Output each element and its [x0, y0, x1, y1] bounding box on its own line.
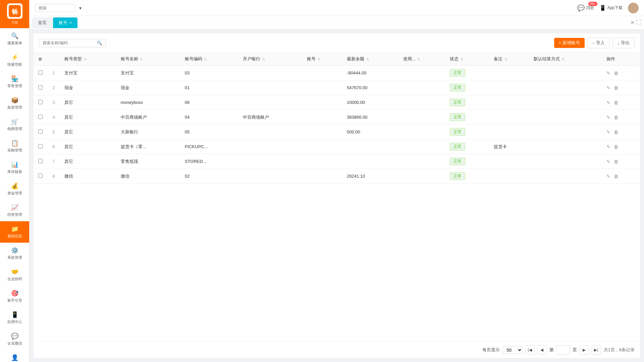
topbar-message[interactable]: 💬 消息 99+ — [577, 4, 594, 12]
edit-icon[interactable]: ✎ — [606, 144, 610, 149]
row-account-no — [303, 154, 343, 169]
row-checkbox[interactable] — [34, 66, 47, 80]
row-checkbox[interactable] — [34, 139, 47, 154]
delete-icon[interactable]: 🗑 — [614, 144, 619, 149]
row-usage — [399, 80, 446, 95]
tab-close-account[interactable]: × — [69, 20, 72, 25]
row-checkbox[interactable] — [34, 169, 47, 184]
export-button[interactable]: ↓ 导出 — [612, 38, 635, 48]
import-button[interactable]: ↑ 导入 — [587, 38, 610, 48]
tab-account[interactable]: 账号× — [53, 17, 77, 28]
row-account-no — [303, 110, 343, 125]
row-account-code: 04 — [181, 110, 239, 125]
per-page-select[interactable]: 50 100 200 — [502, 346, 523, 354]
th-account-no[interactable]: 账号 ⇅ — [303, 53, 343, 66]
toolbar-right: + 新增账号 ↑ 导入 ↓ 导出 — [554, 38, 635, 48]
th-notes[interactable]: 备注 ⇅ — [490, 53, 530, 66]
edit-icon[interactable]: ✎ — [606, 85, 610, 90]
row-checkbox[interactable] — [34, 110, 47, 125]
sidebar-item-quick-nav[interactable]: ⚡ 快捷导航 — [0, 50, 29, 71]
sidebar-item-enterprise-agreement[interactable]: 🤝 企业协同 — [0, 264, 29, 286]
account-search-input[interactable] — [43, 41, 95, 45]
edit-icon[interactable]: ✎ — [606, 70, 610, 76]
edit-icon[interactable]: ✎ — [606, 129, 610, 135]
sidebar-item-inventory-calc[interactable]: 📊 库存核算 — [0, 157, 29, 178]
delete-icon[interactable]: 🗑 — [614, 115, 619, 120]
first-page-button[interactable]: |◀ — [525, 345, 535, 355]
svg-text:畅: 畅 — [12, 8, 18, 15]
delete-icon[interactable]: 🗑 — [614, 129, 619, 135]
row-action: ✎ 🗑 — [602, 95, 640, 110]
th-status[interactable]: 状态 ⇅ — [446, 53, 490, 66]
row-default-settlement — [530, 66, 602, 80]
sidebar-icon-inventory-calc: 📊 — [11, 161, 18, 168]
row-checkbox[interactable] — [34, 95, 47, 110]
th-usage[interactable]: 使用... ⇅ — [399, 53, 446, 66]
row-checkbox[interactable] — [34, 154, 47, 169]
close-tab-icon[interactable]: ✕ — [630, 19, 635, 26]
delete-icon[interactable]: 🗑 — [614, 70, 619, 76]
sidebar-item-retail-mgmt[interactable]: 🏪 零售管理 — [0, 71, 29, 93]
maximize-icon[interactable]: ⛶ — [636, 19, 641, 26]
prev-page-button[interactable]: ◀ — [537, 345, 547, 355]
sidebar-label-basic-info: 基础信息 — [7, 234, 22, 239]
sidebar-label-quick-nav: 快捷导航 — [7, 62, 22, 67]
row-account-type: 其它 — [60, 110, 117, 125]
row-account-no — [303, 80, 343, 95]
topbar-left: ▾ — [35, 4, 82, 12]
th-account-name[interactable]: 账号名称 ⇅ — [117, 53, 181, 66]
delete-icon[interactable]: 🗑 — [614, 100, 619, 105]
table-row: 3 其它 moneybosx 06 10000.00 正常 ✎ 🗑 — [34, 95, 640, 110]
import-label: 导入 — [596, 40, 605, 46]
delete-icon[interactable]: 🗑 — [614, 174, 619, 179]
th-account-type[interactable]: 账号类型 ⇅ — [60, 53, 117, 66]
sidebar-item-app-center[interactable]: 📱 应用中心 — [0, 307, 29, 328]
row-notes — [490, 95, 530, 110]
row-bank — [239, 139, 303, 154]
export-label: 导出 — [621, 40, 630, 46]
sidebar-item-search-menu[interactable]: 🔍 搜索菜单 — [0, 28, 29, 50]
sidebar-item-new-guide[interactable]: 🎯 新手引导 — [0, 286, 29, 307]
row-account-code: 03 — [181, 66, 239, 80]
next-page-button[interactable]: ▶ — [580, 345, 589, 355]
th-default-settlement[interactable]: 默认结算方式 ⇅ — [530, 53, 602, 66]
th-latest-balance[interactable]: 最新余额 ⇅ — [343, 53, 399, 66]
add-account-button[interactable]: + 新增账号 — [554, 38, 585, 48]
status-badge: 正常 — [450, 113, 465, 121]
edit-icon[interactable]: ✎ — [606, 100, 610, 105]
edit-icon[interactable]: ✎ — [606, 159, 610, 164]
sidebar-icon-finance-mgmt: 💰 — [11, 182, 18, 190]
sidebar-item-ecommerce-mgmt[interactable]: 🛒 电商管理 — [0, 114, 29, 135]
th-settings[interactable]: ⚙ — [34, 53, 47, 66]
th-bank[interactable]: 开户银行 ⇅ — [239, 53, 303, 66]
sidebar-item-enterprise-wechat[interactable]: 💬 企业微信 — [0, 328, 29, 350]
page-number-input[interactable]: 1 — [556, 345, 570, 355]
edit-icon[interactable]: ✎ — [606, 115, 610, 120]
row-default-settlement — [530, 110, 602, 125]
sidebar-item-basic-info[interactable]: 📁 基础信息 — [0, 221, 29, 243]
account-search-box[interactable]: 🔍 — [39, 39, 106, 47]
topbar-dropdown[interactable]: ▾ — [79, 5, 82, 11]
delete-icon[interactable]: 🗑 — [614, 159, 619, 164]
tab-home[interactable]: 首页 — [32, 17, 52, 28]
row-notes — [490, 169, 530, 184]
table-row: 7 其它 零售抵现 STORED... 正常 ✎ 🗑 — [34, 154, 640, 169]
delete-icon[interactable]: 🗑 — [614, 85, 619, 90]
edit-icon[interactable]: ✎ — [606, 174, 610, 179]
row-usage — [399, 125, 446, 139]
sidebar-item-member[interactable]: 👤 畅会员 — [0, 350, 29, 362]
sidebar-item-finance-mgmt[interactable]: 💰 资金管理 — [0, 178, 29, 200]
user-avatar[interactable] — [628, 3, 639, 13]
sidebar-item-operation-mgmt[interactable]: 📈 经营管理 — [0, 200, 29, 221]
sidebar-item-purchase-mgmt[interactable]: 📋 采购管理 — [0, 135, 29, 157]
sidebar-label-enterprise-agreement: 企业协同 — [7, 277, 22, 282]
sidebar-item-wholesale-mgmt[interactable]: 📦 批发管理 — [0, 93, 29, 114]
chevron-down-icon: ▾ — [79, 5, 82, 11]
row-checkbox[interactable] — [34, 125, 47, 139]
sidebar-item-system-mgmt[interactable]: ⚙️ 系统管理 — [0, 243, 29, 264]
row-checkbox[interactable] — [34, 80, 47, 95]
topbar-app-download[interactable]: 📱 App下载 — [599, 5, 623, 11]
last-page-button[interactable]: ▶| — [592, 345, 601, 355]
th-account-code[interactable]: 账号编码 ⇅ — [181, 53, 239, 66]
topbar-search-box[interactable] — [35, 4, 75, 12]
